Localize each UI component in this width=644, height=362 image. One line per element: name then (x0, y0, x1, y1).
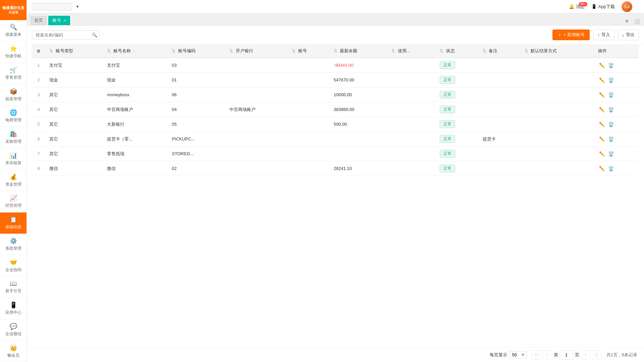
account-search-input[interactable] (36, 33, 92, 38)
top-dropdown[interactable]: ▼ (75, 4, 79, 9)
col-bank[interactable]: ⇅ 开户银行 (225, 45, 288, 58)
row-default-settlement-cell (521, 132, 594, 146)
row-code-cell: 05 (168, 117, 225, 132)
row-name-cell: 中百商场账户 (103, 102, 168, 117)
tab-maximize-button[interactable]: ⬜ (633, 17, 641, 25)
notification-button[interactable]: 🔔 消息 99+ (569, 4, 585, 10)
sidebar-item-search[interactable]: 🔍 搜索菜单 (0, 20, 26, 42)
sidebar-item-quick-nav[interactable]: ⭐ 快捷导航 (0, 42, 26, 63)
tab-home[interactable]: 首页 (30, 16, 47, 25)
sidebar-item-purchase-mgmt[interactable]: 🛍️ 采购管理 (0, 127, 26, 148)
sidebar-item-member-label: 畅会员 (7, 353, 19, 358)
import-button[interactable]: ↑ 导入 (593, 29, 614, 40)
edit-row-button[interactable]: ✏️ (598, 121, 606, 128)
edit-row-button[interactable]: ✏️ (598, 106, 606, 113)
edit-row-button[interactable]: ✏️ (598, 150, 606, 158)
row-status-cell: 正常 (436, 161, 478, 176)
top-search-input[interactable] (35, 4, 65, 9)
last-page-button[interactable]: ⟩⟩ (592, 350, 601, 360)
row-num-cell: 5 (32, 117, 45, 132)
col-status-label: 状态 (446, 48, 455, 53)
delete-row-button[interactable]: 🗑️ (607, 165, 615, 172)
edit-row-button[interactable]: ✏️ (598, 62, 606, 69)
basic-info-icon: 📋 (10, 216, 17, 223)
sidebar-item-enterprise-wechat[interactable]: 💬 企业微信 (0, 319, 26, 341)
sidebar-item-finance-mgmt[interactable]: 💰 资金管理 (0, 170, 26, 191)
col-default-settlement[interactable]: ⇅ 默认结算方式 (521, 45, 594, 58)
row-account-cell (288, 73, 330, 87)
export-icon: ↓ (622, 33, 625, 38)
tab-account-close[interactable]: ✕ (63, 18, 66, 23)
status-badge: 正常 (440, 91, 455, 99)
delete-row-button[interactable]: 🗑️ (607, 106, 615, 113)
tab-account-label: 账号 (52, 17, 61, 23)
col-note-label: 备注 (489, 48, 497, 53)
page-suffix-label: 页 (575, 352, 579, 358)
status-badge: 正常 (440, 120, 455, 128)
app-download-label: App下载 (598, 4, 615, 10)
sidebar-item-new-guide[interactable]: 📖 新手引导 (0, 277, 26, 298)
delete-row-button[interactable]: 🗑️ (607, 62, 615, 69)
page-number-input[interactable] (560, 350, 573, 360)
per-page-select[interactable]: 50 10 20 100 (509, 351, 527, 359)
tab-account[interactable]: 账号 ✕ (48, 16, 70, 25)
sidebar-item-wholesale-mgmt[interactable]: 📦 批发管理 (0, 84, 26, 106)
app-download-button[interactable]: 📱 App下载 (591, 4, 615, 10)
prev-page-button[interactable]: ⟨ (543, 350, 552, 360)
edit-row-button[interactable]: ✏️ (598, 135, 606, 143)
delete-row-button[interactable]: 🗑️ (607, 135, 615, 143)
sidebar-item-enterprise-agreement[interactable]: 🤝 企业协同 (0, 255, 26, 277)
sidebar-item-inventory[interactable]: 📊 库存核算 (0, 148, 26, 170)
sidebar-item-system-mgmt[interactable]: ⚙️ 系统管理 (0, 234, 26, 255)
sidebar-item-ecommerce-mgmt[interactable]: 🌐 电商管理 (0, 106, 26, 127)
sidebar-item-retail-mgmt[interactable]: 🛒 零售管理 (0, 63, 26, 84)
delete-row-button[interactable]: 🗑️ (607, 150, 615, 158)
col-bank-label: 开户银行 (236, 48, 253, 53)
col-settings[interactable]: ⚙ (32, 45, 45, 58)
account-search-box[interactable]: 🔍 (32, 31, 99, 40)
col-code[interactable]: ⇅ 账号编码 (168, 45, 225, 58)
sidebar-item-operations-mgmt[interactable]: 📈 经营管理 (0, 191, 26, 213)
col-type[interactable]: ⇅ 账号类型 (45, 45, 103, 58)
tab-close-all-button[interactable]: ✕ (623, 17, 631, 25)
row-actions-cell: ✏️ 🗑️ (594, 117, 639, 132)
col-balance[interactable]: ⇅ 最新余额 (330, 45, 387, 58)
edit-row-button[interactable]: ✏️ (598, 76, 606, 84)
row-num-cell: 8 (32, 161, 45, 176)
user-avatar[interactable]: Ea (622, 1, 632, 12)
col-status[interactable]: ⇅ 状态 (436, 45, 478, 58)
content-area: 🔍 ＋ + 新增账号 ↑ 导入 ↓ 导出 (27, 25, 644, 362)
settings-gear-icon[interactable]: ⚙ (37, 49, 41, 54)
edit-row-button[interactable]: ✏️ (598, 165, 606, 172)
first-page-button[interactable]: ⟨⟨ (532, 350, 541, 360)
col-account[interactable]: ⇅ 账号 (288, 45, 330, 58)
sidebar-item-basic-info[interactable]: 📋 基础信息 (0, 213, 26, 234)
export-button[interactable]: ↓ 导出 (618, 29, 639, 40)
delete-row-button[interactable]: 🗑️ (607, 76, 615, 84)
row-note-cell (479, 73, 521, 87)
next-page-button[interactable]: ⟩ (581, 350, 590, 360)
sidebar: 畅捷通好生意 乐迹版 🔍 搜索菜单 ⭐ 快捷导航 🛒 零售管理 📦 批发管理 🌐… (0, 0, 27, 362)
sidebar-item-member[interactable]: 👑 畅会员 (0, 341, 26, 362)
row-num-cell: 4 (32, 102, 45, 117)
row-number: 2 (37, 77, 40, 82)
col-name-sort-icon: ↑ (133, 49, 135, 53)
row-status-cell: 正常 (436, 132, 478, 146)
row-name-cell: 大新银行 (103, 117, 168, 132)
table-row: 3 其它 moneybosx 06 10000.00 正常 ✏️ 🗑️ (32, 87, 639, 102)
add-account-button[interactable]: ＋ + 新增账号 (552, 29, 590, 40)
search-icon[interactable]: 🔍 (92, 33, 97, 38)
sidebar-item-system-label: 系统管理 (5, 246, 21, 251)
top-search-box[interactable] (32, 3, 72, 10)
bell-icon: 🔔 (569, 4, 574, 9)
sidebar-item-app-center[interactable]: 📱 应用中心 (0, 298, 26, 319)
enterprise-wechat-icon: 💬 (10, 323, 17, 330)
notification-badge: 99+ (579, 2, 587, 6)
delete-row-button[interactable]: 🗑️ (607, 121, 615, 128)
edit-row-button[interactable]: ✏️ (598, 91, 606, 99)
search-nav-icon: 🔍 (10, 23, 17, 31)
col-usage[interactable]: ⇅ 使用... (387, 45, 436, 58)
col-note[interactable]: ⇅ 备注 (479, 45, 521, 58)
col-name[interactable]: ⇅ 账号名称 ↑ (103, 45, 168, 58)
delete-row-button[interactable]: 🗑️ (607, 91, 615, 99)
